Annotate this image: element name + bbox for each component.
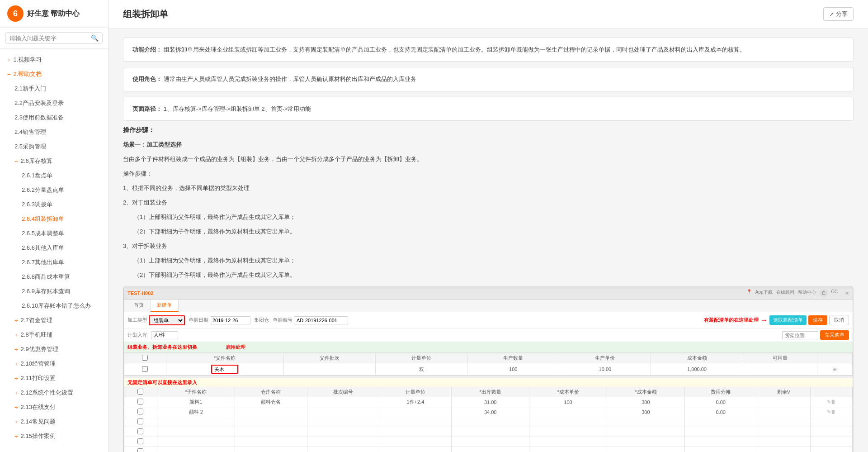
sidebar-item-2-6-10[interactable]: 2.6.10库存账本错了怎么办	[0, 299, 108, 313]
mock-titlebar: TEST-H002 📍 App下载 在线顾问 帮助中心 C CC ✕	[124, 287, 853, 300]
bottom-table-header-row: *子件名称 仓库名称 批次编号 计量单位 *出库数量 *成本单价 *成本金额 费…	[124, 387, 853, 397]
logo-icon: 6	[7, 5, 24, 22]
bottom-table-row-1: 颜料1 颜料仓名 1件+2.4 31.00 100 300 0.00 ✎	[124, 397, 853, 407]
tab-home[interactable]: 首页	[127, 300, 151, 312]
nav-list: + 1.视频学习 − 2.帮助文档 2.1新手入门 2.2产品安装及登录 2.3…	[0, 49, 108, 452]
intro-block: 功能介绍： 组装拆卸单用来处理企业组装或拆卸等加工业务，支持有固定装配清单的产品…	[123, 38, 854, 62]
row-edit-icon[interactable]: ✎	[827, 399, 831, 404]
steps-title: 操作步骤：	[123, 126, 854, 134]
sidebar-item-operation[interactable]: + 2.10经营管理	[0, 357, 108, 371]
step2-sub2: （2）下部明细为子件明细，最终作为原材料生成其它出库单。	[123, 226, 854, 238]
content-header: 组装拆卸单 ↗ 分享	[108, 0, 868, 29]
mock-screenshot: TEST-H002 📍 App下载 在线顾问 帮助中心 C CC ✕	[123, 287, 853, 452]
sidebar-item-online-pay[interactable]: + 2.13在线支付	[0, 400, 108, 414]
bth-child-name: *子件名称	[157, 387, 235, 397]
top-table: *父件名称 父件批次 计量单位 生产数量 生产单价 成本金额 可用量	[124, 353, 853, 376]
sidebar-item-2-6-3[interactable]: 2.6.3调拨单	[0, 197, 108, 212]
bottom-table-row-5	[124, 437, 853, 447]
id-input[interactable]	[294, 316, 348, 324]
search-icon[interactable]: 🔍	[91, 34, 99, 42]
date-input[interactable]	[210, 316, 250, 324]
row-edit-icon2[interactable]: ✎	[827, 409, 831, 414]
share-label: 分享	[836, 10, 848, 18]
nav-item-label: 2.15操作案例	[21, 432, 56, 440]
annotation3-text: 启用处理	[226, 344, 245, 350]
plus-icon: +	[7, 57, 11, 63]
sidebar-item-2-6-7[interactable]: 2.6.7其他出库单	[0, 255, 108, 270]
role-text: 通常由生产人员或库管人员完成拆装业务的操作，库管人员确认原材料的出库和产成品的入…	[164, 76, 416, 82]
nav-item-label: 2.1新手入门	[14, 85, 46, 93]
cancel-btn[interactable]: 取消	[829, 315, 849, 325]
enable-input[interactable]	[782, 331, 818, 339]
share-button[interactable]: ↗ 分享	[823, 7, 854, 21]
sidebar-item-2-6-6[interactable]: 2.6.6其他入库单	[0, 241, 108, 255]
search-input[interactable]	[9, 35, 91, 42]
sidebar-item-video[interactable]: + 1.视频学习	[0, 52, 108, 67]
bth-action	[811, 387, 853, 397]
role-label: 使用角色：	[132, 76, 162, 82]
save-btn[interactable]: 保存	[808, 315, 827, 325]
mock-icons: 📍 App下载 在线顾问 帮助中心 C CC	[746, 289, 838, 297]
step3-sub1: （1）上部明细为父件明细，最终作为原材料生成其它出库单；	[123, 255, 854, 266]
id-label: 单据编号	[273, 317, 292, 324]
role-block: 使用角色： 通常由生产人员或库管人员完成拆装业务的操作，库管人员确认原材料的出库…	[123, 67, 854, 91]
nav-item-label: 2.6.5成本调整单	[22, 229, 64, 238]
path-block: 页面路径： 1、库存核算->库存管理->组装拆卸单 2、首页->常用功能	[123, 97, 854, 121]
row-action-icon[interactable]: ⊕	[833, 366, 837, 372]
type-select[interactable]: 组装单 拆卸单	[149, 315, 185, 325]
sidebar-item-sales[interactable]: 2.4销售管理	[0, 125, 108, 139]
sidebar-item-label: 2.帮助文档	[14, 70, 42, 78]
sidebar-item-mobile[interactable]: + 2.8手机旺铺	[0, 328, 108, 342]
sidebar-item-2-6-8[interactable]: 2.6.8商品成本重算	[0, 270, 108, 284]
sidebar-item-custom[interactable]: + 2.12系统个性化设置	[0, 385, 108, 400]
sidebar-item-case[interactable]: + 2.15操作案例	[0, 429, 108, 443]
close-icon[interactable]: ✕	[845, 290, 849, 296]
sidebar-item-2-6-4[interactable]: 2.6.4组装拆卸单	[0, 212, 108, 226]
bth-unit: 计量单位	[379, 387, 452, 397]
sidebar-item-data-prep[interactable]: 2.3使用前数据准备	[0, 110, 108, 125]
sidebar-item-inventory[interactable]: − 2.6库存核算	[0, 154, 108, 168]
nav-item-label: 2.3使用前数据准备	[14, 114, 64, 122]
bth-batch: 批次编号	[307, 387, 379, 397]
enable-btn[interactable]: 立采购单	[820, 330, 849, 340]
th-available-qty: 可用量	[743, 353, 817, 363]
sidebar-item-coupon[interactable]: + 2.9优惠券管理	[0, 342, 108, 357]
bottom-table-row-4	[124, 427, 853, 437]
nav-item-label: 2.5采购管理	[14, 143, 46, 151]
tab-newbill[interactable]: 新建单	[151, 300, 179, 312]
main-content: 组装拆卸单 ↗ 分享 功能介绍： 组装拆卸单用来处理企业组装或拆卸等加工业务，支…	[108, 0, 868, 452]
nav-item-label: 2.6库存核算	[21, 157, 52, 165]
form-row: 加工类型 组装单 拆卸单 单据日期 集团仓	[124, 312, 853, 328]
sidebar-item-purchase[interactable]: 2.5采购管理	[0, 139, 108, 154]
row-delete-icon[interactable]: 🗑	[831, 399, 836, 404]
sidebar-item-print[interactable]: + 2.11打印设置	[0, 371, 108, 385]
bth-warehouse: 仓库名称	[235, 387, 307, 397]
nav-item-label: 2.8手机旺铺	[21, 331, 52, 339]
sidebar-item-2-6-1[interactable]: 2.6.1盘点单	[0, 168, 108, 183]
sidebar-item-2-6-2[interactable]: 2.6.2分量盘点单	[0, 183, 108, 197]
annotation2-text: 组装业务、拆卸业务在这里切换	[127, 344, 197, 350]
path-text: 1、库存核算->库存管理->组装拆卸单 2、首页->常用功能	[164, 105, 311, 112]
sidebar-item-finance[interactable]: + 2.7资金管理	[0, 313, 108, 328]
scenario1-title: 场景一：加工类型选择	[123, 139, 854, 151]
sidebar-item-2-6-5[interactable]: 2.6.5成本调整单	[0, 226, 108, 241]
sidebar-item-faq[interactable]: + 2.14常见问题	[0, 414, 108, 429]
sidebar-item-newbie[interactable]: 2.1新手入门	[0, 81, 108, 96]
nav-item-label: 2.14常见问题	[21, 418, 56, 426]
parent-name-input[interactable]	[211, 365, 238, 374]
sidebar-item-docs[interactable]: − 2.帮助文档	[0, 67, 108, 81]
group-label: 集团仓	[254, 317, 269, 324]
sidebar-item-2-6-9[interactable]: 2.6.9库存账本查询	[0, 284, 108, 299]
nav-item-label: 2.9优惠券管理	[21, 345, 58, 353]
nav-item-label: 2.6.6其他入库单	[22, 244, 64, 252]
row-delete-icon2[interactable]: 🗑	[831, 409, 836, 414]
plus-icon-mobile: +	[14, 332, 18, 338]
sidebar-item-install[interactable]: 2.2产品安装及登录	[0, 96, 108, 110]
search-area: 🔍	[0, 28, 108, 49]
assembly-list-btn[interactable]: 选取装配清单	[769, 315, 807, 325]
th-unit: 计量单位	[375, 353, 467, 363]
sub-form-row: 计划入库 立采购单	[124, 328, 853, 342]
type-field: 加工类型 组装单 拆卸单	[127, 315, 185, 325]
qty-input[interactable]	[151, 331, 178, 339]
date-label: 单据日期	[189, 317, 208, 324]
